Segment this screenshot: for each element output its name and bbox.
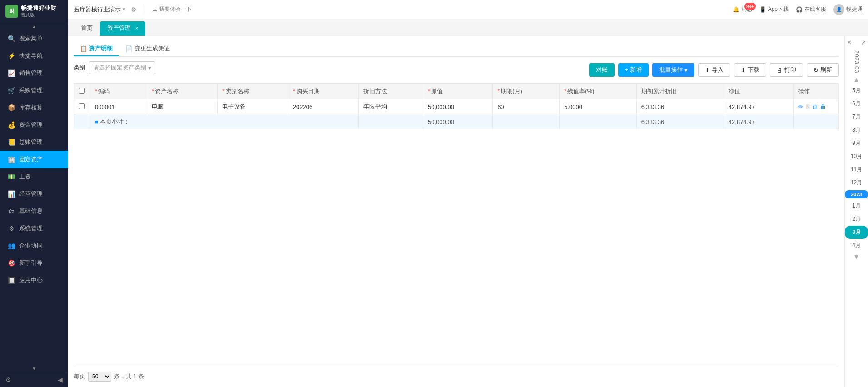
copy-icon-0[interactable]: ⎘	[806, 103, 810, 110]
row-checkbox-0[interactable]	[74, 99, 90, 114]
import-button[interactable]: ⬆ 导入	[698, 63, 730, 77]
sidebar-item-10[interactable]: 🗂基础信息	[0, 203, 68, 220]
sidebar-item-6[interactable]: 📒总账管理	[0, 134, 68, 151]
category-dropdown-icon: ▾	[148, 64, 151, 71]
month-item[interactable]: 7月	[845, 110, 868, 124]
refresh-button[interactable]: ↻ 刷新	[807, 63, 839, 77]
duplicate-icon-0[interactable]: ⧉	[813, 103, 817, 111]
row-check-0[interactable]	[79, 103, 85, 109]
select-all-checkbox[interactable]	[79, 88, 85, 94]
th-residual-rate: *残值率(%)	[560, 84, 636, 99]
print-button[interactable]: 🖨 打印	[770, 63, 803, 77]
th-depreciation-method: 折旧方法	[359, 84, 423, 99]
sidebar-item-8[interactable]: 💵工资	[0, 168, 68, 185]
sidebar-icon-11: ⚙	[7, 225, 15, 232]
month-item[interactable]: 5月	[845, 84, 868, 97]
right-panel-expand-icon[interactable]: ⤢	[861, 39, 866, 46]
experience-button[interactable]: ☁ 我要体验一下	[152, 5, 192, 13]
user-name: 畅捷通	[846, 5, 863, 13]
th-checkbox	[74, 84, 90, 99]
sidebar-item-3[interactable]: 🛒采购管理	[0, 82, 68, 99]
sidebar-item-4[interactable]: 📦库存核算	[0, 99, 68, 116]
sidebar-item-0[interactable]: 🔍搜索菜单	[0, 30, 68, 47]
sidebar-item-7[interactable]: 🏢固定资产	[0, 151, 68, 168]
th-category: *类别名称	[218, 84, 288, 99]
user-button[interactable]: 👤 畅捷通	[833, 4, 863, 15]
sidebar-icon-3: 🛒	[7, 87, 15, 94]
tab-home[interactable]: 首页	[74, 21, 100, 36]
th-purchase-date: *购买日期	[288, 84, 358, 99]
month-item[interactable]: 10月	[845, 150, 868, 163]
month-item[interactable]: 11月	[845, 163, 868, 176]
customer-service-button[interactable]: 🎧 在线客服	[796, 5, 826, 13]
sidebar-label-0: 搜索菜单	[19, 35, 43, 43]
month-item[interactable]: 9月	[845, 137, 868, 150]
content-main: 📋 资产明细 📄 变更生成凭证 类别 请选择固定资产类别 ▾	[68, 36, 844, 387]
company-selector[interactable]: 医疗器械行业演示 ▾	[74, 5, 125, 14]
subtab-asset-detail-label: 资产明细	[89, 45, 113, 53]
sidebar-item-13[interactable]: 🎯新手引导	[0, 254, 68, 272]
sidebar-label-5: 资金管理	[19, 121, 43, 129]
subtab-asset-detail[interactable]: 📋 资产明细	[74, 42, 119, 56]
download-button[interactable]: ⬇ 下载	[734, 63, 766, 77]
category-filter[interactable]: 请选择固定资产类别 ▾	[89, 61, 155, 74]
toolbar-left: 类别 请选择固定资产类别 ▾	[74, 61, 155, 79]
sidebar-icon-1: ⚡	[7, 52, 15, 60]
right-panel-close-icon[interactable]: ✕	[847, 39, 852, 46]
sidebar-label-14: 应用中心	[19, 276, 43, 284]
row-period-0: 60	[493, 99, 560, 114]
month-item[interactable]: 1月	[845, 199, 868, 213]
logo-icon: 财	[5, 5, 18, 18]
sidebar-item-5[interactable]: 💰资金管理	[0, 116, 68, 134]
logo-sub: 普及版	[21, 12, 56, 18]
sidebar-label-13: 新手引导	[19, 259, 43, 267]
row-name-0: 电脑	[147, 99, 218, 114]
sidebar-label-7: 固定资产	[19, 155, 43, 164]
sidebar-item-12[interactable]: 👥企业协同	[0, 237, 68, 254]
subtotal-checkbox	[74, 114, 90, 129]
month-item[interactable]: 3月	[845, 226, 868, 239]
toolbar-right: 对账 + 新增 批量操作 ▾ ⬆ 导入 ⬇ 下载 🖨	[589, 63, 839, 77]
add-button[interactable]: + 新增	[618, 63, 649, 77]
row-residual-rate-0: 5.0000	[560, 99, 636, 114]
batch-button[interactable]: 批量操作 ▾	[652, 63, 694, 77]
print-icon: 🖨	[777, 67, 783, 74]
subtab-voucher[interactable]: 📄 变更生成凭证	[119, 42, 176, 56]
month-item[interactable]: 4月	[845, 239, 868, 252]
collapse-icon[interactable]: ◀	[58, 376, 63, 383]
tab-close-icon[interactable]: ×	[135, 25, 138, 31]
experience-text: 我要体验一下	[159, 5, 192, 13]
right-panel-year: 2023.03	[853, 49, 860, 75]
refresh-icon: ↻	[813, 67, 818, 74]
month-item[interactable]: 12月	[845, 176, 868, 189]
app-download-button[interactable]: 📱 App下载	[759, 5, 789, 13]
sidebar-scroll-down[interactable]: ▼	[0, 365, 68, 372]
tab-asset-management[interactable]: 资产管理 ×	[100, 21, 145, 36]
sidebar-item-14[interactable]: 🔲应用中心	[0, 272, 68, 289]
delete-icon-0[interactable]: 🗑	[820, 103, 826, 110]
month-item[interactable]: 6月	[845, 97, 868, 110]
year-label[interactable]: 2023	[845, 190, 868, 198]
row-purchase-date-0: 202206	[288, 99, 358, 114]
subtabs: 📋 资产明细 📄 变更生成凭证	[74, 42, 839, 57]
sidebar-scroll-up[interactable]: ▲	[0, 23, 68, 30]
edit-icon-0[interactable]: ✏	[798, 103, 804, 110]
sidebar-label-6: 总账管理	[19, 138, 43, 146]
sidebar-item-2[interactable]: 📈销售管理	[0, 64, 68, 82]
notifications-button[interactable]: 🔔 消息 99+	[733, 5, 752, 13]
right-panel-scroll-down[interactable]: ▼	[853, 252, 861, 261]
month-item[interactable]: 8月	[845, 124, 868, 137]
sidebar-item-1[interactable]: ⚡快捷导航	[0, 47, 68, 64]
sidebar-item-11[interactable]: ⚙系统管理	[0, 220, 68, 237]
month-item[interactable]: 2月	[845, 213, 868, 226]
settings-icon[interactable]: ⚙	[5, 376, 11, 383]
right-panel-months: 5月6月7月8月9月10月11月12月20231月2月3月4月	[845, 84, 868, 252]
sidebar-label-4: 库存核算	[19, 104, 43, 112]
topbar-gear-icon[interactable]: ⚙	[131, 6, 137, 13]
right-panel-scroll-up[interactable]: ▲	[853, 75, 861, 84]
topbar-right: 🔔 消息 99+ 📱 App下载 🎧 在线客服 👤 畅捷通	[733, 4, 863, 15]
import-icon: ⬆	[705, 67, 710, 74]
per-page-select[interactable]: 50 100	[88, 372, 111, 382]
duizhang-button[interactable]: 对账	[589, 63, 615, 77]
sidebar-item-9[interactable]: 📊经营管理	[0, 185, 68, 203]
